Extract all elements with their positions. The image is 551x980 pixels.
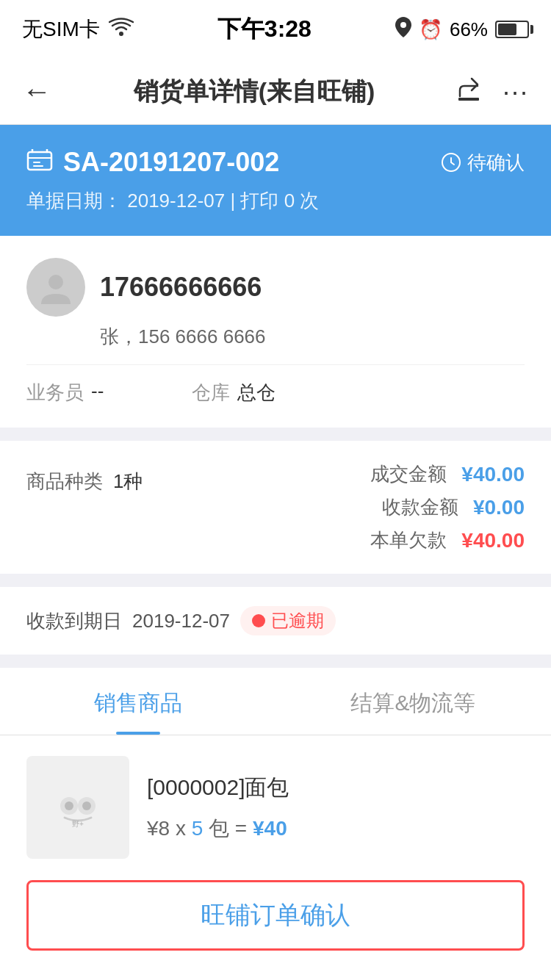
share-button[interactable] <box>457 76 480 108</box>
carrier-text: 无SIM卡 <box>22 15 100 43</box>
order-header: SA-20191207-002 待确认 单据日期： 2019-12-07 | 打… <box>0 125 551 236</box>
product-info: [0000002]面包 ¥8 x 5 包 = ¥40 <box>147 773 525 843</box>
customer-section: 17666666666 张，156 6666 6666 业务员 -- 仓库 总仓 <box>0 236 551 428</box>
more-button[interactable]: ··· <box>503 76 529 107</box>
nav-actions: ··· <box>457 76 529 108</box>
customer-phone: 17666666666 <box>100 272 262 303</box>
alarm-icon: ⏰ <box>419 18 442 41</box>
product-image: 野+ <box>26 756 129 859</box>
overdue-badge: 已逾期 <box>240 606 336 635</box>
customer-details: 业务员 -- 仓库 总仓 <box>26 380 525 406</box>
product-total: ¥40 <box>253 817 287 840</box>
order-icon <box>26 147 53 178</box>
received-label: 收款金额 <box>382 494 458 520</box>
customer-avatar <box>26 258 85 317</box>
product-name: [0000002]面包 <box>147 773 525 803</box>
status-indicators: ⏰ 66% <box>395 17 529 43</box>
amount-label: 成交金额 <box>370 461 447 487</box>
tabs-header: 销售商品 结算&物流等 <box>0 668 551 735</box>
salesperson-value: -- <box>91 380 104 406</box>
summary-section: 商品种类 1种 成交金额 ¥40.00 收款金额 ¥0.00 本单欠款 ¥40.… <box>0 441 551 574</box>
svg-point-8 <box>65 801 73 810</box>
order-status: 待确认 <box>441 150 525 176</box>
status-time: 下午3:28 <box>217 13 311 46</box>
battery-icon <box>495 21 529 38</box>
battery-text: 66% <box>450 18 488 41</box>
warehouse-label: 仓库 <box>192 380 230 406</box>
category-label: 商品种类 <box>26 469 103 494</box>
status-bar: 无SIM卡 下午3:28 ⏰ 66% <box>0 0 551 59</box>
product-list: 野+ [0000002]面包 ¥8 x 5 包 = ¥40 <box>0 735 551 880</box>
tab-settlement[interactable]: 结算&物流等 <box>276 668 551 735</box>
owed-label: 本单欠款 <box>370 527 447 553</box>
confirm-order-button[interactable]: 旺铺订单确认 <box>26 880 525 951</box>
svg-rect-3 <box>28 152 51 170</box>
status-carrier-wifi: 无SIM卡 <box>22 15 134 43</box>
wifi-icon <box>109 18 134 42</box>
overdue-dot <box>252 614 265 627</box>
salesperson-label: 业务员 <box>26 380 84 406</box>
page-title: 销货单详情(来自旺铺) <box>134 75 375 109</box>
nav-bar: ← 销货单详情(来自旺铺) ··· <box>0 59 551 125</box>
svg-text:野+: 野+ <box>72 820 84 828</box>
category-value: 1种 <box>113 469 143 494</box>
customer-name: 张，156 6666 6666 <box>26 324 525 350</box>
svg-point-0 <box>119 32 123 36</box>
svg-point-5 <box>48 275 63 289</box>
svg-point-1 <box>400 22 406 28</box>
location-icon <box>395 17 411 43</box>
amount-value: ¥40.00 <box>461 463 525 486</box>
due-section: 收款到期日 2019-12-07 已逾期 <box>0 587 551 655</box>
due-date: 2019-12-07 <box>132 610 230 633</box>
warehouse-value: 总仓 <box>237 380 276 406</box>
overdue-label: 已逾期 <box>271 609 324 633</box>
svg-rect-2 <box>458 98 479 101</box>
product-item: 野+ [0000002]面包 ¥8 x 5 包 = ¥40 <box>0 735 551 880</box>
svg-point-9 <box>82 801 91 810</box>
tabs-section: 销售商品 结算&物流等 野+ [0000002]面包 <box>0 668 551 880</box>
received-value: ¥0.00 <box>473 496 525 519</box>
back-button[interactable]: ← <box>22 75 51 108</box>
product-qty: 5 <box>192 817 204 840</box>
due-label: 收款到期日 <box>26 608 122 634</box>
tab-sales-products[interactable]: 销售商品 <box>0 668 276 735</box>
confirm-btn-area: 旺铺订单确认 <box>0 865 551 980</box>
product-price: ¥8 x 5 包 = ¥40 <box>147 815 525 843</box>
order-meta: 单据日期： 2019-12-07 | 打印 0 次 <box>26 188 525 214</box>
order-id: SA-20191207-002 <box>26 147 279 178</box>
owed-value: ¥40.00 <box>461 529 525 552</box>
